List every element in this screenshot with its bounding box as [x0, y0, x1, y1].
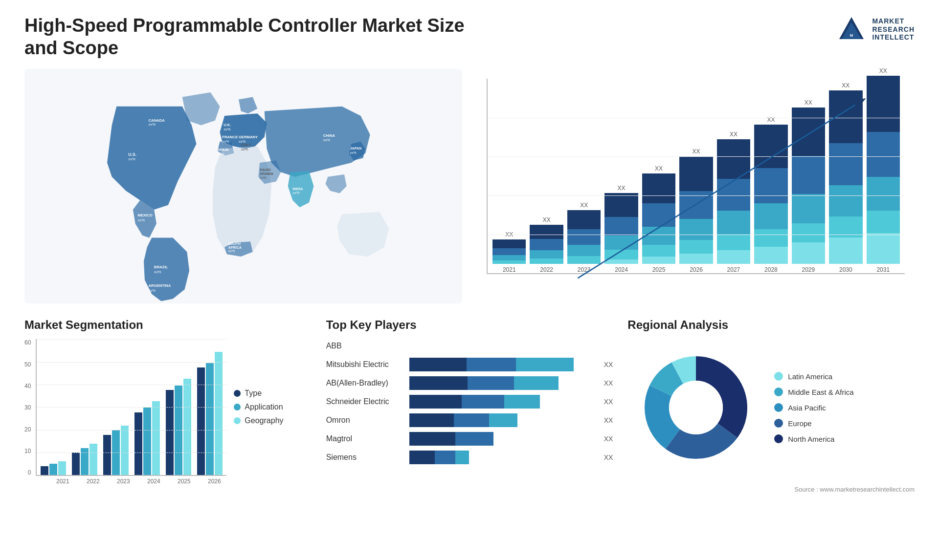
growth-chart-section: XX 2021 XX: [477, 69, 915, 303]
player-row-omron: Omron XX: [326, 413, 613, 427]
seg-x-labels: 2021 2022 2023 2024 2025 2026: [28, 478, 226, 485]
legend-dot-application: [234, 404, 241, 410]
bar-2024: XX 2024: [604, 185, 638, 273]
bar-2031: XX 2031: [867, 67, 900, 273]
svg-text:xx%: xx%: [292, 191, 300, 195]
svg-text:xx%: xx%: [128, 157, 135, 161]
color-asia-pacific: [774, 403, 783, 412]
legend-latin-america: Latin America: [774, 372, 853, 381]
player-row-abb: ABB: [326, 339, 613, 353]
seg-group-2022: [72, 444, 97, 475]
legend-application: Application: [234, 403, 283, 411]
segmentation-title: Market Segmentation: [24, 318, 312, 332]
legend-europe: Europe: [774, 419, 853, 428]
svg-text:xx%: xx%: [224, 127, 231, 131]
svg-text:JAPAN: JAPAN: [350, 146, 361, 151]
seg-bar-app: [49, 464, 57, 475]
seg-chart-bars: [36, 339, 226, 476]
svg-text:xx%: xx%: [323, 138, 331, 142]
world-map: U.S. xx% CANADA xx% MEXICO xx% BRAZIL xx…: [24, 69, 462, 303]
logo-icon: M: [837, 15, 866, 44]
seg-group-2023: [103, 426, 129, 475]
svg-text:xx%: xx%: [154, 270, 161, 274]
svg-text:xx%: xx%: [218, 152, 225, 156]
seg-group-2025: [166, 379, 191, 475]
bar-2029: XX 2029: [792, 99, 825, 273]
color-north-america: [774, 434, 783, 443]
legend-type: Type: [234, 389, 283, 398]
players-section: Top Key Players ABB Mitsubishi Electric …: [326, 313, 613, 498]
svg-text:SPAIN: SPAIN: [218, 148, 229, 152]
svg-text:xx%: xx%: [260, 175, 267, 180]
regional-legend: Latin America Middle East & Africa Asia …: [774, 372, 853, 443]
svg-text:U.S.: U.S.: [128, 152, 136, 157]
svg-text:INDIA: INDIA: [292, 187, 303, 191]
svg-text:xx%: xx%: [350, 151, 357, 155]
svg-point-42: [669, 381, 723, 434]
svg-text:MEXICO: MEXICO: [138, 214, 153, 218]
svg-text:xx%: xx%: [228, 249, 235, 254]
donut-chart: [627, 339, 764, 476]
donut-wrapper: Latin America Middle East & Africa Asia …: [627, 339, 915, 476]
svg-text:ARGENTINA: ARGENTINA: [149, 284, 171, 288]
header: High-Speed Programmable Controller Marke…: [24, 15, 915, 59]
player-row-allen-bradley: AB(Allen-Bradley) XX: [326, 376, 613, 390]
bar-2021: XX 2021: [492, 231, 526, 273]
legend-geography: Geography: [234, 416, 283, 425]
regional-title: Regional Analysis: [627, 318, 915, 332]
player-row-schneider: Schneider Electric XX: [326, 395, 613, 409]
seg-group-2024: [134, 401, 160, 475]
map-section: U.S. xx% CANADA xx% MEXICO xx% BRAZIL xx…: [24, 69, 462, 303]
bar-2022: XX 2022: [530, 216, 563, 273]
svg-text:xx%: xx%: [222, 139, 229, 144]
bottom-grid: Market Segmentation 60 50 40 30 20 10 0: [24, 313, 915, 498]
seg-group-2026: [197, 352, 223, 475]
player-row-mitsubishi: Mitsubishi Electric XX: [326, 358, 613, 371]
logo-area: M MARKET RESEARCH INTELLECT: [837, 15, 915, 44]
legend-dot-geography: [234, 417, 241, 424]
svg-text:xx%: xx%: [149, 288, 156, 293]
bar-2026: XX 2026: [679, 148, 713, 273]
svg-text:xx%: xx%: [149, 122, 156, 127]
bar-2028: XX 2028: [754, 116, 787, 273]
players-title: Top Key Players: [326, 318, 613, 332]
seg-group-2021: [41, 461, 66, 475]
legend-asia-pacific: Asia Pacific: [774, 403, 853, 412]
bar-2023: XX 2023: [567, 202, 601, 273]
svg-text:xx%: xx%: [138, 218, 145, 222]
svg-text:M: M: [850, 33, 853, 38]
legend-north-america: North America: [774, 434, 853, 443]
svg-text:CHINA: CHINA: [323, 133, 335, 138]
svg-text:FRANCE: FRANCE: [222, 135, 238, 139]
player-row-magtrol: Magtrol XX: [326, 432, 613, 446]
svg-text:GERMANY: GERMANY: [239, 135, 258, 139]
page-title: High-Speed Programmable Controller Marke…: [24, 15, 465, 59]
svg-text:ITALY: ITALY: [241, 143, 251, 148]
bar-2030: XX 2030: [829, 82, 862, 273]
color-latin-america: [774, 372, 783, 381]
page-container: High-Speed Programmable Controller Marke…: [0, 0, 939, 560]
growth-bars: XX 2021 XX: [487, 79, 905, 274]
regional-section: Regional Analysis: [627, 313, 915, 498]
legend-middle-east-africa: Middle East & Africa: [774, 388, 853, 396]
color-middle-east-africa: [774, 388, 783, 396]
segmentation-section: Market Segmentation 60 50 40 30 20 10 0: [24, 313, 312, 498]
bar-2027: XX 2027: [717, 131, 750, 273]
seg-bar-geo: [58, 461, 66, 475]
source-text: Source : www.marketresearchintellect.com: [627, 486, 915, 493]
seg-bar-type: [41, 466, 48, 475]
bar-2025: XX 2025: [642, 165, 675, 273]
legend-dot-type: [234, 390, 241, 397]
logo-text: MARKET RESEARCH INTELLECT: [872, 17, 915, 42]
player-row-siemens: Siemens XX: [326, 451, 613, 464]
svg-text:xx%: xx%: [241, 147, 248, 151]
color-europe: [774, 419, 783, 428]
svg-text:U.K.: U.K.: [224, 123, 231, 127]
svg-text:CANADA: CANADA: [149, 118, 165, 123]
svg-text:BRAZIL: BRAZIL: [154, 265, 168, 269]
seg-legend: Type Application Geography: [234, 339, 283, 485]
